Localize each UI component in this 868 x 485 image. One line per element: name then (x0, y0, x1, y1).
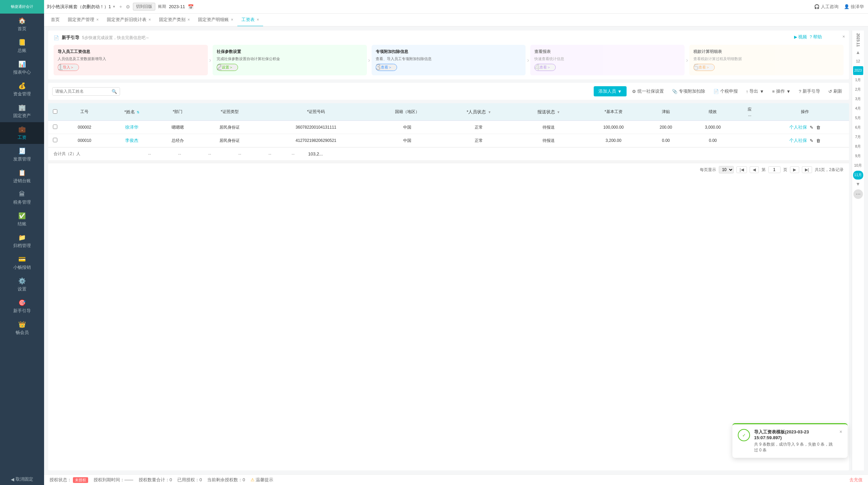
sidebar-item-home[interactable]: 🏠 首页 (0, 14, 44, 35)
ai-consult-button[interactable]: 🎧 人工咨询 (814, 4, 839, 10)
last-page-button[interactable]: ▶| (802, 166, 812, 173)
ledger-icon: 📒 (18, 39, 26, 46)
row-2-edit-icon[interactable]: ✎ (810, 138, 813, 143)
period-value[interactable]: 2023-11 (169, 4, 185, 9)
export-button[interactable]: ↑ 导出 ▼ (743, 87, 767, 96)
row-2-delete-icon[interactable]: 🗑 (816, 138, 821, 143)
per-page-select[interactable]: 10 20 50 (719, 166, 734, 173)
horizontal-scrollbar[interactable] (48, 160, 849, 163)
more-actions-label: 操作 (776, 88, 785, 94)
sidebar-item-purchase-sales[interactable]: 📋 进销台账 (0, 166, 44, 187)
tab-asset-category-close[interactable]: × (188, 17, 190, 22)
tab-asset-category[interactable]: 固定资产类别 × (155, 14, 194, 26)
row-1-social-btn[interactable]: 个人社保 (789, 124, 807, 130)
name-sort-icon[interactable]: ⇅ (137, 110, 139, 114)
sidebar-item-settings[interactable]: ⚙️ 设置 (0, 274, 44, 296)
tab-home[interactable]: 首页 (47, 14, 64, 26)
calendar-month-4[interactable]: 4月 (853, 104, 863, 113)
calendar-month-7[interactable]: 7月 (853, 133, 863, 142)
tab-fixed-assets[interactable]: 固定资产管理 × (64, 14, 103, 26)
next-page-button[interactable]: ▶ (790, 166, 799, 173)
row-1-delete-icon[interactable]: 🗑 (816, 125, 821, 130)
tab-depreciation[interactable]: 固定资产折旧统计表 × (103, 14, 155, 26)
sidebar-item-payroll[interactable]: 💼 工资 (0, 122, 44, 144)
cancel-fix-button[interactable]: ◀ 取消固定 (0, 473, 44, 485)
calendar-month-8[interactable]: 8月 (853, 142, 863, 151)
tab-asset-ledger[interactable]: 固定资产明细账 × (194, 14, 237, 26)
guide-button[interactable]: ? 新手引导 (796, 87, 823, 96)
tab-payroll[interactable]: 工资表 × (237, 14, 263, 26)
calendar-month-1[interactable]: 1月 (853, 76, 863, 85)
guide-step-1-desc: 人员信息及工资数据新增导入 (58, 56, 204, 62)
prev-page-button[interactable]: ◀ (750, 166, 759, 173)
more-actions-button[interactable]: ≡ 操作 ▼ (769, 87, 793, 96)
row-1-checkbox[interactable] (53, 125, 57, 129)
sidebar-item-expense[interactable]: 💳 小畅报销 (0, 252, 44, 274)
toast-close-button[interactable]: × (840, 429, 842, 434)
row-1-name-link[interactable]: 徐泽华 (125, 125, 138, 130)
page-number-input[interactable] (768, 166, 781, 173)
account-selector[interactable]: 刘小艳演示账套（勿删勿动！）1 ▼ (47, 4, 116, 10)
headset-icon: 🎧 (814, 4, 820, 9)
help-btn[interactable]: ? 帮助 (810, 34, 822, 40)
add-account-icon[interactable]: ＋ (118, 4, 123, 10)
settings-icon[interactable]: ⚙ (126, 4, 130, 10)
footer-total-salary: 103,2... (308, 151, 323, 156)
calendar-month-3[interactable]: 3月 (853, 95, 863, 104)
tax-declaration-button[interactable]: 📄 个税申报 (711, 87, 741, 96)
row-1-base-salary: 100,000.00 (583, 121, 645, 134)
special-deduction-button[interactable]: 📎 专项附加扣除 (669, 87, 708, 96)
calendar-month-2[interactable]: 2月 (853, 85, 863, 94)
calendar-icon[interactable]: 📅 (188, 4, 194, 10)
sidebar-item-close-period[interactable]: ✅ 结账 (0, 209, 44, 230)
search-input[interactable] (55, 89, 110, 94)
calendar-month-10[interactable]: 10月 (853, 161, 863, 170)
calendar-up-button[interactable]: ▲ (854, 48, 862, 56)
calendar-year-badge[interactable]: 2023 (853, 66, 863, 75)
row-1-edit-icon[interactable]: ✎ (810, 125, 813, 130)
sidebar-item-guide[interactable]: 🎯 新手引导 (0, 296, 44, 317)
col-applicable: 应... (738, 103, 761, 121)
tab-payroll-close[interactable]: × (257, 17, 259, 22)
calendar-month-6[interactable]: 6月 (853, 123, 863, 132)
calendar-down-button[interactable]: ▼ (854, 180, 862, 188)
video-btn[interactable]: ▶ 视频 (794, 34, 807, 40)
add-employee-button[interactable]: 添加人员 ▼ (594, 86, 627, 96)
account-dropdown-icon[interactable]: ▼ (112, 5, 116, 8)
sidebar-item-invoice[interactable]: 🧾 发票管理 (0, 144, 44, 166)
tab-asset-ledger-close[interactable]: × (231, 17, 233, 22)
calendar-month-9[interactable]: 9月 (853, 152, 863, 161)
row-1-id-number: 360782200104131111 (261, 121, 372, 134)
row-2-checkbox[interactable] (53, 138, 57, 142)
first-page-button[interactable]: |◀ (736, 166, 747, 173)
sidebar-item-ledger[interactable]: 📒 总账 (0, 35, 44, 57)
tab-fixed-assets-close[interactable]: × (96, 17, 99, 22)
sidebar-label-tax: 税务管理 (13, 199, 31, 205)
version-toggle-button[interactable]: 切到旧版 (133, 3, 155, 11)
footer-dash-4: -- (238, 151, 241, 156)
sidebar-item-member[interactable]: 👑 畅会员 (0, 317, 44, 339)
sidebar-item-tax[interactable]: 🏛 税务管理 (0, 187, 44, 209)
charge-link[interactable]: 去充值 (849, 477, 863, 483)
social-insurance-settings-button[interactable]: ⚙ 统一社保设置 (629, 87, 667, 96)
sidebar-item-archive[interactable]: 📁 归档管理 (0, 230, 44, 252)
select-all-checkbox[interactable] (53, 109, 57, 114)
row-2-name-link[interactable]: 李俊杰 (125, 138, 138, 143)
guide-close-button[interactable]: × (842, 34, 845, 39)
page-label: 第 (762, 167, 766, 173)
toolbar: 🔍 添加人员 ▼ ⚙ 统一社保设置 📎 专项附加扣除 (48, 83, 849, 100)
calendar-month-11[interactable]: 11月 (853, 171, 863, 180)
status-filter-icon[interactable]: ▼ (488, 110, 491, 114)
pagination: 每页显示 10 20 50 |◀ ◀ 第 页 ▶ ▶| 共1页，2条记 (48, 163, 849, 176)
row-2-social-btn[interactable]: 个人社保 (789, 137, 807, 144)
calendar-month-12[interactable]: 12 (853, 57, 863, 66)
user-info[interactable]: 👤 徐泽华 (844, 4, 864, 10)
sidebar-item-funds[interactable]: 💰 资金管理 (0, 79, 44, 100)
sidebar-item-assets[interactable]: 🏢 固定资产 (0, 100, 44, 122)
refresh-button[interactable]: ↺ 刷新 (826, 87, 845, 96)
report-filter-icon[interactable]: ▼ (557, 110, 560, 114)
sidebar-item-reports[interactable]: 📊 报表中心 (0, 57, 44, 79)
tab-depreciation-close[interactable]: × (149, 17, 151, 22)
calendar-more-button[interactable]: ⋯ (853, 189, 863, 199)
calendar-month-5[interactable]: 5月 (853, 114, 863, 123)
